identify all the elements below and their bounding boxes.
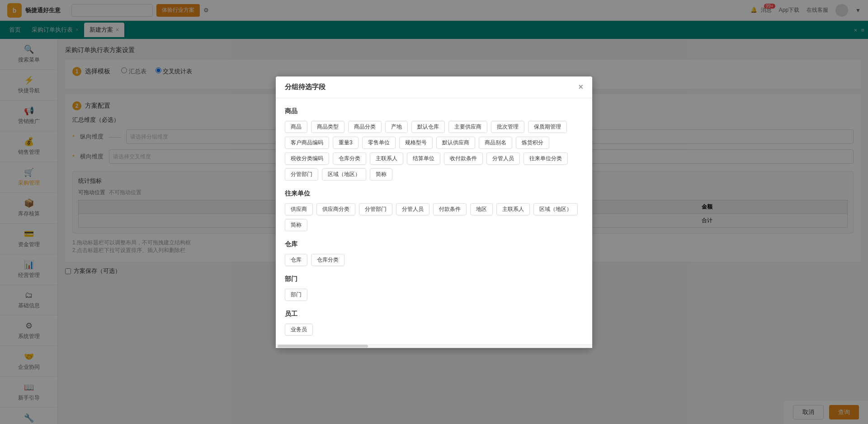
field-tag-0-22[interactable]: 分管部门 bbox=[285, 168, 318, 181]
field-tag-0-24[interactable]: 简称 bbox=[370, 168, 392, 181]
field-section-title-3: 部门 bbox=[285, 275, 583, 283]
field-section-2: 仓库仓库仓库分类 bbox=[285, 240, 583, 266]
field-tag-1-7[interactable]: 区域（地区） bbox=[533, 203, 578, 215]
field-tag-0-17[interactable]: 主联系人 bbox=[370, 152, 403, 165]
field-tag-1-8[interactable]: 简称 bbox=[285, 219, 307, 231]
field-tag-0-3[interactable]: 产地 bbox=[385, 121, 408, 133]
field-tag-0-19[interactable]: 收付款条件 bbox=[444, 152, 483, 165]
field-section-title-4: 员工 bbox=[285, 310, 583, 318]
field-tag-0-20[interactable]: 分管人员 bbox=[486, 152, 520, 165]
field-tag-0-2[interactable]: 商品分类 bbox=[348, 121, 382, 133]
modal-scrollbar bbox=[276, 344, 592, 348]
field-tag-1-3[interactable]: 分管人员 bbox=[396, 203, 429, 215]
field-tags-1: 供应商供应商分类分管部门分管人员付款条件地区主联系人区域（地区）简称 bbox=[285, 203, 583, 231]
field-tag-0-11[interactable]: 规格型号 bbox=[399, 137, 433, 149]
field-tag-0-10[interactable]: 零售单位 bbox=[362, 137, 396, 149]
modal-close-icon[interactable]: × bbox=[578, 82, 583, 92]
field-tag-1-2[interactable]: 分管部门 bbox=[359, 203, 392, 215]
field-tag-0-15[interactable]: 税收分类编码 bbox=[285, 152, 329, 165]
field-tag-0-8[interactable]: 客户商品编码 bbox=[285, 137, 329, 149]
field-section-title-2: 仓库 bbox=[285, 240, 583, 248]
field-tag-0-16[interactable]: 仓库分类 bbox=[333, 152, 366, 165]
field-tag-0-0[interactable]: 商品 bbox=[285, 121, 307, 133]
field-section-title-0: 商品 bbox=[285, 107, 583, 115]
field-tag-0-1[interactable]: 商品类型 bbox=[311, 121, 344, 133]
field-tag-2-0[interactable]: 仓库 bbox=[285, 254, 307, 266]
field-tag-1-5[interactable]: 地区 bbox=[470, 203, 493, 215]
modal-overlay: 分组待选字段 × 商品商品商品类型商品分类产地默认仓库主要供应商批次管理保质期管… bbox=[0, 0, 868, 424]
field-tag-0-13[interactable]: 商品别名 bbox=[479, 137, 512, 149]
modal-body: 商品商品商品类型商品分类产地默认仓库主要供应商批次管理保质期管理客户商品编码重量… bbox=[276, 98, 592, 344]
modal-title: 分组待选字段 bbox=[285, 83, 326, 91]
field-tag-0-18[interactable]: 结算单位 bbox=[407, 152, 440, 165]
field-section-title-1: 往来单位 bbox=[285, 190, 583, 198]
field-tag-1-0[interactable]: 供应商 bbox=[285, 203, 313, 215]
field-section-1: 往来单位供应商供应商分类分管部门分管人员付款条件地区主联系人区域（地区）简称 bbox=[285, 190, 583, 231]
modal-scrollbar-thumb[interactable] bbox=[278, 345, 368, 348]
field-tags-3: 部门 bbox=[285, 289, 583, 301]
field-tag-2-1[interactable]: 仓库分类 bbox=[311, 254, 344, 266]
field-section-3: 部门部门 bbox=[285, 275, 583, 301]
field-tag-0-9[interactable]: 重量3 bbox=[333, 137, 359, 149]
field-tag-4-0[interactable]: 业务员 bbox=[285, 324, 313, 336]
field-tag-0-5[interactable]: 主要供应商 bbox=[448, 121, 487, 133]
field-tags-0: 商品商品类型商品分类产地默认仓库主要供应商批次管理保质期管理客户商品编码重量3零… bbox=[285, 121, 583, 181]
field-tag-0-4[interactable]: 默认仓库 bbox=[411, 121, 445, 133]
field-tags-2: 仓库仓库分类 bbox=[285, 254, 583, 266]
field-tag-0-14[interactable]: 炼货积分 bbox=[516, 137, 549, 149]
field-tag-0-21[interactable]: 往来单位分类 bbox=[524, 152, 568, 165]
field-tag-1-4[interactable]: 付款条件 bbox=[433, 203, 467, 215]
field-tag-3-0[interactable]: 部门 bbox=[285, 289, 307, 301]
field-tag-1-6[interactable]: 主联系人 bbox=[496, 203, 530, 215]
field-tag-1-1[interactable]: 供应商分类 bbox=[316, 203, 355, 215]
field-tags-4: 业务员 bbox=[285, 324, 583, 336]
modal-header: 分组待选字段 × bbox=[276, 76, 592, 98]
field-section-4: 员工业务员 bbox=[285, 310, 583, 336]
field-section-0: 商品商品商品类型商品分类产地默认仓库主要供应商批次管理保质期管理客户商品编码重量… bbox=[285, 107, 583, 181]
field-selection-modal: 分组待选字段 × 商品商品商品类型商品分类产地默认仓库主要供应商批次管理保质期管… bbox=[276, 76, 592, 348]
field-tag-0-7[interactable]: 保质期管理 bbox=[528, 121, 567, 133]
field-tag-0-12[interactable]: 默认供应商 bbox=[436, 137, 475, 149]
field-tag-0-6[interactable]: 批次管理 bbox=[491, 121, 524, 133]
field-tag-0-23[interactable]: 区域（地区） bbox=[322, 168, 366, 181]
